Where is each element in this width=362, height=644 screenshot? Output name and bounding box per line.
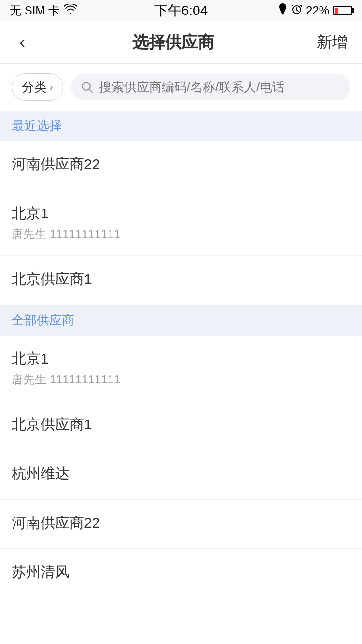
item-name-1-0: 北京1 [12,349,350,369]
search-box[interactable] [71,74,350,100]
item-name-0-1: 北京1 [12,204,350,224]
battery-icon [333,6,352,15]
list-item-1-1[interactable]: 北京供应商1 [0,401,362,450]
list-item-1-3[interactable]: 河南供应商22 [0,500,362,549]
category-label: 分类 [22,79,47,96]
list-item-1-4[interactable]: 苏州清风 [0,549,362,598]
list-item-1-0[interactable]: 北京1唐先生 11111111111 [0,336,362,401]
search-input[interactable] [99,80,341,95]
item-name-1-4: 苏州清风 [12,562,350,582]
category-filter[interactable]: 分类 › [12,73,63,101]
location-icon [278,3,288,18]
section-header-1: 全部供应商 [0,305,362,336]
battery-percent: 22% [306,4,329,17]
list-item-0-2[interactable]: 北京供应商1 [0,256,362,305]
list-item-0-0[interactable]: 河南供应商22 [0,141,362,190]
wifi-icon [64,4,77,17]
list-item-0-1[interactable]: 北京1唐先生 11111111111 [0,190,362,256]
item-name-1-1: 北京供应商1 [12,415,350,434]
list-item-1-2[interactable]: 杭州维达 [0,450,362,500]
page-title: 选择供应商 [132,31,214,54]
alarm-icon [292,3,302,18]
chevron-right-icon: › [50,82,53,93]
content-area: 最近选择河南供应商22北京1唐先生 11111111111北京供应商1全部供应商… [0,111,362,598]
item-name-1-3: 河南供应商22 [12,513,350,533]
add-button[interactable]: 新增 [317,32,348,53]
status-time: 下午6:04 [154,1,208,20]
section-header-0: 最近选择 [0,111,362,141]
item-name-0-0: 河南供应商22 [12,154,350,174]
status-bar: 无 SIM 卡 下午6:04 22% [0,0,362,21]
item-name-0-2: 北京供应商1 [12,269,350,289]
back-button[interactable]: ‹ [14,28,30,57]
svg-line-2 [89,89,92,92]
item-sub-0-1: 唐先生 11111111111 [12,226,350,242]
navigation-bar: ‹ 选择供应商 新增 [0,21,362,64]
carrier-text: 无 SIM 卡 [10,3,60,18]
filter-bar: 分类 › [0,64,362,111]
item-name-1-2: 杭州维达 [12,464,350,484]
search-icon [81,81,94,94]
status-left: 无 SIM 卡 [10,3,77,18]
item-sub-1-0: 唐先生 11111111111 [12,372,350,387]
status-right: 22% [278,3,352,18]
